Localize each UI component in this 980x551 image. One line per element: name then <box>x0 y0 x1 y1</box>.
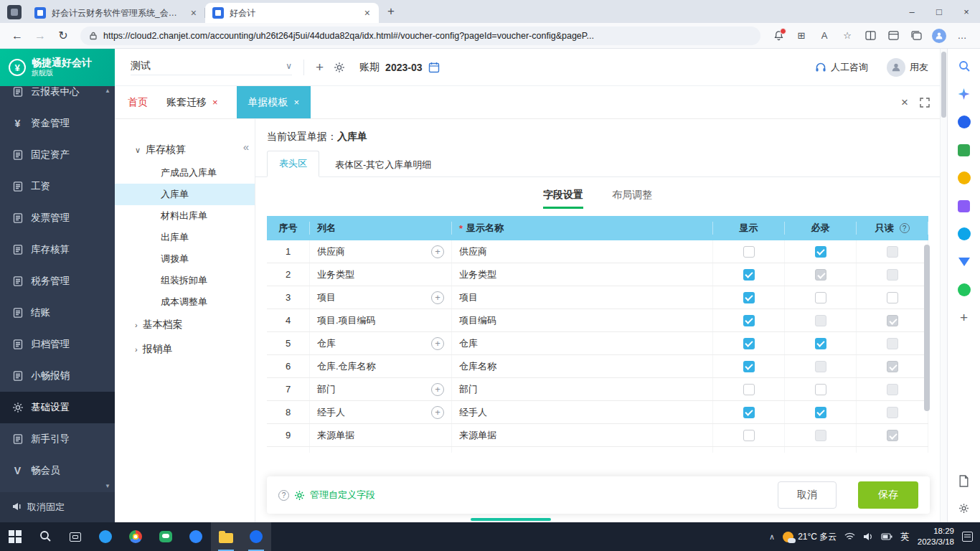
tree-section[interactable]: ∨库存核算 <box>115 138 255 162</box>
manage-custom-fields-link[interactable]: ? 管理自定义字段 <box>278 489 375 501</box>
tree-item[interactable]: 调拨单 <box>115 248 255 270</box>
sidebar-item[interactable]: 小畅报销 <box>0 360 115 392</box>
required-checkbox[interactable] <box>815 453 826 453</box>
sidebar-item[interactable]: 归档管理 <box>0 329 115 360</box>
close-tab-icon[interactable]: × <box>212 97 218 108</box>
refresh-icon[interactable]: ↻ <box>53 26 73 46</box>
copilot-icon[interactable] <box>956 85 973 103</box>
page-icon[interactable] <box>956 472 973 489</box>
sidebar-item[interactable]: 固定资产 <box>0 139 115 171</box>
browser-icon[interactable] <box>241 522 271 551</box>
sidebar-item[interactable]: 云报表中心 <box>0 86 115 108</box>
close-tab-icon[interactable]: × <box>294 97 300 108</box>
eco-icon[interactable] <box>956 281 973 298</box>
volume-icon[interactable] <box>863 532 873 541</box>
tab-close-icon[interactable]: × <box>363 7 372 19</box>
collapse-panel-icon[interactable]: « <box>243 141 249 153</box>
required-checkbox[interactable] <box>815 269 826 281</box>
show-checkbox[interactable] <box>743 407 755 418</box>
folder-icon[interactable] <box>211 522 241 551</box>
battery-icon[interactable] <box>881 533 892 540</box>
horizontal-scrollbar-thumb[interactable] <box>471 518 551 521</box>
unpin-sidebar-button[interactable]: 取消固定 <box>0 492 115 522</box>
tree-item[interactable]: 出库单 <box>115 227 255 248</box>
scroll-down-icon[interactable]: ▼ <box>105 483 110 489</box>
add-field-icon[interactable]: + <box>431 406 444 419</box>
tab-body-region[interactable]: 表体区-其它入库单明细 <box>324 153 443 177</box>
tree-item[interactable]: 入库单 <box>115 184 255 205</box>
required-checkbox[interactable] <box>815 407 826 418</box>
readonly-checkbox[interactable] <box>887 246 898 258</box>
readonly-checkbox[interactable] <box>887 292 898 303</box>
help-icon[interactable]: ? <box>900 223 910 233</box>
show-checkbox[interactable] <box>743 315 755 326</box>
show-checkbox[interactable] <box>743 430 755 441</box>
account-select[interactable]: 测试 ∨ <box>131 60 292 75</box>
edge-icon[interactable] <box>90 522 121 551</box>
show-checkbox[interactable] <box>743 269 755 281</box>
search-icon[interactable] <box>956 57 973 75</box>
readonly-checkbox[interactable] <box>887 453 898 453</box>
notification-center-icon[interactable] <box>962 532 973 542</box>
required-checkbox[interactable] <box>815 315 826 326</box>
scrollbar-thumb[interactable] <box>941 52 946 118</box>
add-icon[interactable]: + <box>956 309 973 326</box>
layers-icon[interactable] <box>956 141 973 159</box>
chrome-icon[interactable] <box>121 522 151 551</box>
shield-icon[interactable] <box>956 113 973 131</box>
subtab-layout[interactable]: 布局调整 <box>612 189 652 209</box>
outlook-icon[interactable] <box>956 225 973 242</box>
gear-icon[interactable] <box>334 62 345 73</box>
forward-icon[interactable]: → <box>30 26 50 46</box>
contacts-icon[interactable] <box>956 169 973 187</box>
collections-icon[interactable] <box>905 26 927 46</box>
cancel-button[interactable]: 取消 <box>778 481 837 509</box>
show-checkbox[interactable] <box>743 292 755 303</box>
search-icon[interactable] <box>30 522 60 551</box>
subtab-field-settings[interactable]: 字段设置 <box>543 189 583 209</box>
required-checkbox[interactable] <box>815 338 826 349</box>
tree-item[interactable]: 产成品入库单 <box>115 162 255 184</box>
address-bar[interactable]: https://cloud2.chanjet.com/accounting/uh… <box>80 27 760 45</box>
clock[interactable]: 18:29 2023/3/18 <box>918 526 954 547</box>
show-checkbox[interactable] <box>743 453 755 453</box>
sidebar-item[interactable]: 发票管理 <box>0 202 115 234</box>
nav-home[interactable]: 首页 <box>128 96 148 109</box>
sidebar-item[interactable]: 结账 <box>0 297 115 329</box>
minimize-icon[interactable]: – <box>898 0 925 23</box>
required-checkbox[interactable] <box>815 384 826 395</box>
tree-item[interactable]: 成本调整单 <box>115 291 255 313</box>
tab-header-region[interactable]: 表头区 <box>267 151 319 177</box>
table-scrollbar[interactable] <box>924 245 930 453</box>
sidebar-item[interactable]: 工资 <box>0 171 115 202</box>
scroll-up-icon[interactable]: ▲ <box>105 88 110 94</box>
apps-icon[interactable] <box>956 197 973 215</box>
readonly-checkbox[interactable] <box>887 361 898 372</box>
required-checkbox[interactable] <box>815 361 826 372</box>
add-field-icon[interactable]: + <box>431 245 444 258</box>
show-checkbox[interactable] <box>743 361 755 372</box>
tree-item[interactable]: 材料出库单 <box>115 205 255 227</box>
add-field-icon[interactable]: + <box>431 383 444 396</box>
store-icon[interactable] <box>181 522 211 551</box>
task-view-icon[interactable] <box>60 522 90 551</box>
readonly-checkbox[interactable] <box>887 384 898 395</box>
start-icon[interactable] <box>0 522 30 551</box>
support-button[interactable]: 人工咨询 <box>815 61 868 74</box>
readonly-checkbox[interactable] <box>887 430 898 441</box>
maximize-icon[interactable]: □ <box>925 0 953 23</box>
tree-item[interactable]: 组装拆卸单 <box>115 270 255 291</box>
workspace-icon[interactable] <box>7 5 22 19</box>
accounting-period[interactable]: 账期 2023-03 <box>359 61 439 74</box>
close-all-icon[interactable]: × <box>901 95 908 110</box>
tree-section[interactable]: ›报销单 <box>115 337 255 362</box>
required-checkbox[interactable] <box>815 246 826 258</box>
page-scrollbar[interactable] <box>940 49 947 522</box>
hidden-icons-chevron[interactable]: ∧ <box>769 532 775 542</box>
download-icon[interactable] <box>956 253 973 270</box>
tree-section[interactable]: ›基本档案 <box>115 313 255 337</box>
user-menu[interactable]: 用友 <box>887 58 928 77</box>
browser-tab-1[interactable]: 好会计云财务软件管理系统_会计... × <box>27 3 205 23</box>
sidebar-item[interactable]: 库存核算 <box>0 234 115 265</box>
profile-avatar[interactable] <box>928 26 950 46</box>
